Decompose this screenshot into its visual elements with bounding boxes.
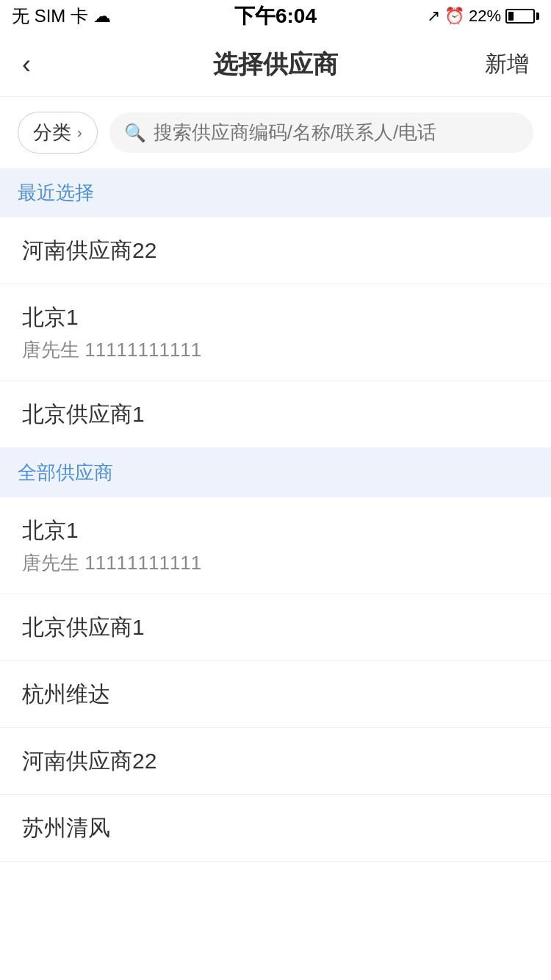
search-input[interactable] — [154, 121, 519, 144]
recent-section-header: 最近选择 — [0, 168, 551, 217]
item-name: 杭州维达 — [22, 679, 529, 710]
nav-bar: ‹ 选择供应商 新增 — [0, 32, 551, 97]
item-sub: 唐先生 11111111111 — [22, 337, 529, 363]
item-name: 河南供应商22 — [22, 235, 529, 266]
category-button[interactable]: 分类 › — [18, 112, 98, 154]
list-item[interactable]: 北京供应商1 — [0, 594, 551, 661]
back-button[interactable]: ‹ — [22, 42, 38, 87]
chevron-right-icon: › — [77, 124, 82, 141]
sim-status: 无 SIM 卡 ☁ — [12, 4, 111, 28]
list-item[interactable]: 河南供应商22 — [0, 217, 551, 284]
list-item[interactable]: 苏州清风 — [0, 795, 551, 862]
list-item[interactable]: 河南供应商22 — [0, 728, 551, 795]
location-icon: ↗ — [427, 7, 440, 26]
page-title: 选择供应商 — [213, 48, 338, 82]
status-right: ↗ ⏰ 22% — [427, 7, 539, 26]
status-left: 无 SIM 卡 ☁ — [12, 4, 111, 28]
new-action-button[interactable]: 新增 — [485, 49, 529, 79]
all-section-label: 全部供应商 — [18, 461, 113, 483]
item-name: 北京1 — [22, 515, 529, 546]
recent-list: 河南供应商22北京1唐先生 11111111111北京供应商1 — [0, 217, 551, 448]
list-item[interactable]: 北京1唐先生 11111111111 — [0, 497, 551, 594]
status-bar: 无 SIM 卡 ☁ 下午6:04 ↗ ⏰ 22% — [0, 0, 551, 32]
recent-section-label: 最近选择 — [18, 181, 94, 203]
search-icon: 🔍 — [124, 123, 146, 143]
all-section-header: 全部供应商 — [0, 448, 551, 497]
battery-icon — [505, 9, 539, 24]
filter-bar: 分类 › 🔍 — [0, 97, 551, 168]
list-item[interactable]: 北京1唐先生 11111111111 — [0, 284, 551, 381]
item-name: 北京1 — [22, 302, 529, 333]
item-name: 北京供应商1 — [22, 399, 529, 430]
item-name: 北京供应商1 — [22, 612, 529, 643]
list-item[interactable]: 杭州维达 — [0, 661, 551, 728]
alarm-icon: ⏰ — [444, 7, 464, 26]
item-name: 苏州清风 — [22, 813, 529, 843]
status-time: 下午6:04 — [234, 2, 317, 30]
item-name: 河南供应商22 — [22, 746, 529, 777]
search-box[interactable]: 🔍 — [109, 112, 533, 153]
item-sub: 唐先生 11111111111 — [22, 550, 529, 576]
category-label: 分类 — [33, 120, 71, 145]
battery-percent: 22% — [469, 7, 501, 26]
list-item[interactable]: 北京供应商1 — [0, 381, 551, 448]
all-list: 北京1唐先生 11111111111北京供应商1杭州维达河南供应商22苏州清风 — [0, 497, 551, 862]
